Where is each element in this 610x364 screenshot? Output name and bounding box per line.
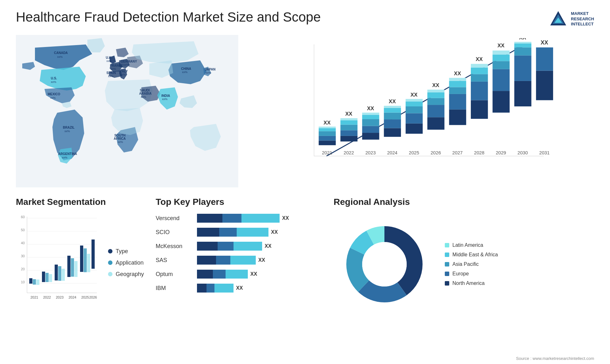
svg-rect-102 <box>514 81 532 106</box>
svg-text:2024: 2024 <box>69 295 76 299</box>
regional-section: Regional Analysis <box>334 197 594 337</box>
svg-text:xx%: xx% <box>162 98 167 101</box>
svg-text:50: 50 <box>21 228 25 232</box>
svg-text:XX: XX <box>367 105 374 111</box>
player-sas: SAS XX <box>156 255 327 265</box>
svg-rect-40 <box>319 136 336 141</box>
svg-rect-81 <box>449 110 466 125</box>
svg-text:10: 10 <box>21 280 25 284</box>
player-scio: SCIO XX <box>156 227 327 237</box>
svg-rect-135 <box>55 265 58 280</box>
svg-text:XX: XX <box>476 56 483 62</box>
svg-rect-78 <box>427 90 444 92</box>
svg-text:2021: 2021 <box>322 150 332 155</box>
svg-rect-147 <box>92 239 95 269</box>
svg-rect-140 <box>71 258 74 277</box>
svg-text:2023: 2023 <box>365 150 376 155</box>
svg-rect-77 <box>427 92 444 98</box>
svg-text:U.K.: U.K. <box>106 56 112 59</box>
svg-text:30: 30 <box>21 254 25 258</box>
svg-rect-99 <box>492 51 510 55</box>
svg-rect-105 <box>514 44 532 48</box>
svg-rect-50 <box>340 118 357 120</box>
svg-text:2025: 2025 <box>81 295 89 299</box>
svg-rect-74 <box>427 117 444 130</box>
svg-text:2027: 2027 <box>452 150 463 155</box>
source-text: Source : www.marketresearchintellect.com <box>516 356 594 361</box>
svg-text:2026: 2026 <box>89 295 97 299</box>
svg-text:20: 20 <box>21 267 25 271</box>
main-chart-svg: 2021 XX 2022 XX 2023 XX <box>267 38 591 175</box>
svg-rect-84 <box>449 81 466 87</box>
svg-rect-67 <box>406 124 423 134</box>
world-map: CANADA xx% U.S. xx% MEXICO xx% BRAZIL xx… <box>16 35 238 187</box>
segmentation-chart: 60 50 40 30 20 10 <box>16 213 98 312</box>
svg-rect-144 <box>84 248 87 272</box>
key-players-title: Top Key Players <box>156 197 327 207</box>
svg-text:xx%: xx% <box>51 80 56 84</box>
svg-rect-104 <box>514 47 532 55</box>
svg-rect-103 <box>514 56 532 81</box>
svg-text:ARGENTINA: ARGENTINA <box>58 152 77 156</box>
svg-text:xx%: xx% <box>182 71 187 74</box>
svg-rect-136 <box>58 266 61 281</box>
svg-rect-49 <box>340 120 357 125</box>
segmentation-section: Market Segmentation 60 50 40 30 20 10 <box>16 197 149 337</box>
svg-rect-47 <box>340 130 357 136</box>
key-players-section: Top Key Players Verscend XX <box>156 197 327 337</box>
svg-rect-53 <box>362 133 379 140</box>
map-container: CANADA xx% U.S. xx% MEXICO xx% BRAZIL xx… <box>16 35 238 187</box>
donut-section: Latin America Middle East & Africa Asia … <box>334 213 594 315</box>
svg-text:XX: XX <box>541 39 548 46</box>
svg-rect-106 <box>514 42 532 44</box>
svg-rect-43 <box>319 127 336 128</box>
svg-rect-143 <box>80 246 83 272</box>
svg-text:FRANCE: FRANCE <box>110 64 123 67</box>
svg-text:ITALY: ITALY <box>119 70 128 73</box>
svg-rect-110 <box>536 47 553 71</box>
svg-point-154 <box>362 242 407 286</box>
svg-text:xx%: xx% <box>111 67 116 71</box>
svg-rect-75 <box>427 105 444 117</box>
svg-text:MEXICO: MEXICO <box>48 92 60 96</box>
svg-text:xx%: xx% <box>108 75 113 78</box>
svg-text:2025: 2025 <box>409 150 419 155</box>
player-verscend: Verscend XX <box>156 213 327 223</box>
svg-rect-46 <box>340 136 357 142</box>
svg-rect-137 <box>62 269 65 281</box>
svg-rect-76 <box>427 98 444 105</box>
svg-rect-64 <box>384 106 401 108</box>
legend-europe: Europe <box>445 271 498 277</box>
legend-type: Type <box>108 248 144 255</box>
svg-text:XX: XX <box>498 43 505 49</box>
svg-rect-97 <box>492 61 510 69</box>
svg-rect-96 <box>492 69 510 91</box>
svg-rect-95 <box>492 91 510 112</box>
legend-north-america: North America <box>445 280 498 286</box>
svg-rect-91 <box>471 68 488 74</box>
svg-rect-70 <box>406 101 423 106</box>
legend-application: Application <box>108 260 144 266</box>
svg-text:INDIA: INDIA <box>161 94 170 98</box>
geography-color <box>108 272 112 276</box>
svg-text:GERMANY: GERMANY <box>121 60 137 63</box>
svg-rect-88 <box>471 100 488 119</box>
svg-text:XX: XX <box>323 120 330 126</box>
logo-icon <box>549 10 568 29</box>
type-color <box>108 249 112 253</box>
svg-text:SPAIN: SPAIN <box>106 71 116 75</box>
svg-rect-57 <box>362 113 379 115</box>
player-mckesson: McKesson XX <box>156 241 327 251</box>
segmentation-legend: Type Application Geography <box>105 213 144 312</box>
legend-asia-pacific: Asia Pacific <box>445 261 498 267</box>
svg-text:xx%: xx% <box>120 73 125 76</box>
svg-rect-48 <box>340 125 357 131</box>
svg-text:BRAZIL: BRAZIL <box>63 126 75 129</box>
player-optum: Optum XX <box>156 269 327 279</box>
page: Healthcare Fraud Detection Market Size a… <box>0 0 610 364</box>
top-section: CANADA xx% U.S. xx% MEXICO xx% BRAZIL xx… <box>16 35 594 187</box>
svg-text:xx%: xx% <box>57 55 63 58</box>
svg-rect-54 <box>362 126 379 133</box>
logo: MARKET RESEARCH INTELLECT <box>549 10 594 29</box>
svg-rect-69 <box>406 106 423 113</box>
